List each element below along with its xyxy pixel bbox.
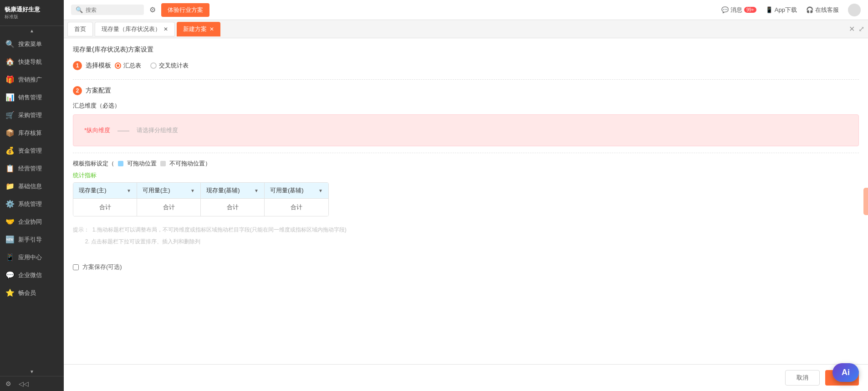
sidebar-item-apps[interactable]: 📱应用中心 [0,248,64,266]
sidebar-item-shortcut[interactable]: 🏠快捷导航 [0,53,64,71]
sidebar-scroll-down[interactable]: ▼ [0,367,64,376]
nav-label-apps: 应用中心 [18,253,42,262]
sidebar-item-member[interactable]: ⭐畅会员 [0,284,64,302]
save-checkbox[interactable] [73,264,79,270]
page-title: 现存量(库存状况表)方案设置 [73,46,859,54]
nav-icon-marketing: 🎁 [5,75,15,84]
nav-label-sales: 销售管理 [18,93,42,102]
online-service-icon: 🎧 [806,6,813,13]
volume-icon[interactable]: ◁◁ [19,380,29,387]
sidebar-item-marketing[interactable]: 🎁营销推广 [0,71,64,88]
stats-col-label: 可用量(基辅) [270,186,304,195]
stats-col-label: 可用量(主) [143,186,170,195]
sidebar-item-finance[interactable]: 💰资金管理 [0,142,64,159]
online-service-item[interactable]: 🎧 在线客服 [806,6,839,14]
indicator-label: 模板指标设定（ 可拖动位置 不可拖动位置） [73,159,859,168]
nav-icon-finance: 💰 [5,146,15,155]
divider2 [73,153,859,153]
section-template: 1 选择模板 汇总表 交叉统计表 [73,61,859,70]
stats-col-header[interactable]: 可用量(基辅) ▼ [265,183,328,199]
tab-close-new-plan[interactable]: ✕ [209,26,214,32]
trial-button[interactable]: 体验行业方案 [161,3,209,17]
nav-icon-shortcut: 🏠 [5,57,15,66]
chevron-down-icon: ▼ [127,188,131,193]
indicator-settings: 模板指标设定（ 可拖动位置 不可拖动位置） 统计指标 现存量(主) ▼ 合计 可… [73,159,859,218]
message-label: 消息 [730,6,742,14]
radio-summary-dot [115,62,121,69]
topbar-settings-icon[interactable]: ⚙ [149,5,156,14]
stats-col-body: 合计 [73,199,137,216]
message-icon: 💬 [721,6,729,13]
sidebar-item-system[interactable]: ⚙️系统管理 [0,195,64,213]
nav-icon-wechat: 💬 [5,271,15,279]
section2-header: 2 方案配置 [73,86,859,95]
tab-label-new-plan: 新建方案 [183,25,207,33]
sidebar-item-wechat[interactable]: 💬企业微信 [0,266,64,284]
nav-label-enterprise: 企业协同 [18,218,42,226]
tab-home[interactable]: 首页 [67,22,93,36]
nav-label-system: 系统管理 [18,200,42,208]
close-panel-icon[interactable]: ✕ [849,25,855,33]
stats-col: 可用量(基辅) ▼ 合计 [265,183,328,216]
ai-button[interactable]: Ai [832,363,859,382]
radio-summary-label: 汇总表 [123,62,141,70]
topbar: 🔍 ⚙ 体验行业方案 💬 消息 99+ 📱 App下载 🎧 在线客服 [64,0,868,20]
nav-label-marketing: 营销推广 [18,76,42,84]
sidebar-item-basic[interactable]: 📁基础信息 [0,177,64,195]
nav-icon-guide: 🆕 [5,235,15,244]
movable-badge [118,161,123,166]
sidebar-item-enterprise[interactable]: 🤝企业协同 [0,213,64,231]
sidebar-item-operation[interactable]: 📋经营管理 [0,159,64,177]
stats-col-header[interactable]: 现存量(主) ▼ [73,183,137,199]
sidebar-scroll-up[interactable]: ▲ [0,26,64,35]
app-download-icon: 📱 [766,6,773,13]
stats-col-header[interactable]: 可用量(主) ▼ [137,183,200,199]
nav-icon-system: ⚙️ [5,200,15,208]
nav-label-guide: 新手引导 [18,236,42,244]
sidebar-bottom: ⚙ ◁◁ [0,376,64,391]
template-radio-group: 汇总表 交叉统计表 [115,62,189,70]
tab-inventory-status[interactable]: 现存量（库存状况表）✕ [95,22,175,36]
radio-cross[interactable]: 交叉统计表 [150,62,189,70]
section2-title: 方案配置 [86,87,111,95]
sidebar-item-inventory[interactable]: 📦库存核算 [0,124,64,142]
sidebar-item-guide[interactable]: 🆕新手引导 [0,231,64,248]
nav-label-wechat: 企业微信 [18,271,42,279]
sidebar-nav: 🔍搜索菜单🏠快捷导航🎁营销推广📊销售管理🛒采购管理📦库存核算💰资金管理📋经营管理… [0,35,64,367]
sidebar-item-sales[interactable]: 📊销售管理 [0,88,64,106]
stats-col: 现存量(主) ▼ 合计 [73,183,137,216]
dim-placeholder: 请选择分组维度 [137,126,178,134]
section1-header: 1 选择模板 汇总表 交叉统计表 [73,61,859,70]
cancel-button[interactable]: 取消 [785,370,820,386]
nav-label-basic: 基础信息 [18,182,42,190]
settings-icon[interactable]: ⚙ [5,380,11,387]
stats-col-header[interactable]: 现存量(基辅) ▼ [201,183,264,199]
app-edition: 标准版 [5,14,59,20]
search-icon: 🔍 [76,6,83,13]
movable-label: 可拖动位置 [127,159,157,168]
tab-new-plan[interactable]: 新建方案✕ [177,22,220,36]
radio-cross-label: 交叉统计表 [159,62,189,70]
dimension-box[interactable]: *纵向维度 —— 请选择分组维度 [73,114,859,146]
search-input[interactable] [86,7,131,13]
tip-item2: 2. 点击标题栏下拉可设置排序、插入列和删除列 [73,237,859,247]
stats-col-body: 合计 [201,199,264,216]
right-scroll-handle[interactable] [863,188,868,215]
tab-close-inventory-status[interactable]: ✕ [163,26,168,32]
main: 🔍 ⚙ 体验行业方案 💬 消息 99+ 📱 App下载 🎧 在线客服 首页现存量… [64,0,868,391]
expand-panel-icon[interactable]: ⤢ [858,25,864,33]
footer: 取消 查询 [64,364,868,391]
tab-area-controls: ✕ ⤢ [849,25,864,33]
sidebar-item-search[interactable]: 🔍搜索菜单 [0,35,64,53]
app-download-item[interactable]: 📱 App下载 [766,6,797,14]
fixed-label: 不可拖动位置） [169,159,211,168]
sidebar-item-purchase[interactable]: 🛒采购管理 [0,106,64,124]
nav-icon-basic: 📁 [5,182,15,190]
user-avatar[interactable] [848,4,861,16]
message-item[interactable]: 💬 消息 99+ [721,6,756,14]
sidebar: 畅康通好生意 标准版 ▲ 🔍搜索菜单🏠快捷导航🎁营销推广📊销售管理🛒采购管理📦库… [0,0,64,391]
app-name: 畅康通好生意 [5,5,59,14]
save-row: 方案保存(可选) [73,256,859,275]
nav-label-search: 搜索菜单 [18,40,42,48]
radio-summary[interactable]: 汇总表 [115,62,141,70]
